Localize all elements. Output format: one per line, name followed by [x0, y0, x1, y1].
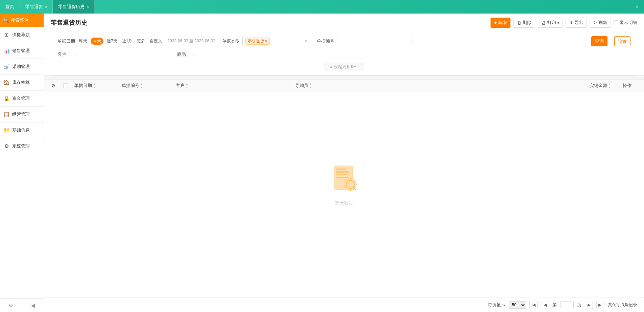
th-date[interactable]: 单据日期 ▲▼ [72, 83, 119, 89]
sidebar-item-inventory[interactable]: 🏠 库存核算 [0, 75, 44, 91]
inventory-icon: 🏠 [3, 80, 9, 86]
finance-icon: 🔒 [3, 95, 9, 102]
per-page-select[interactable]: 10 20 50 100 [509, 301, 526, 309]
sales-icon: 📊 [3, 48, 9, 54]
sidebar-item-sales[interactable]: 📊 销售管理 [0, 43, 44, 59]
collapse-button[interactable]: ∧ 收起更多条件 [324, 63, 364, 71]
first-page-button[interactable]: |◀ [529, 301, 538, 309]
bill-type-tag: 零售退货 × [245, 38, 270, 45]
page-header: 零售退货历史 + 新增 🗑 删除 🖨 打印 ▾ ⬆ 导出 [44, 14, 644, 76]
tab-retail-return[interactable]: 零售退货 × [20, 0, 53, 14]
export-icon: ⬆ [569, 20, 573, 25]
th-guide[interactable]: 导购员 ▲▼ [292, 83, 340, 89]
th-action: 操作 [614, 83, 641, 89]
goods-filter: 商品 … [177, 50, 290, 59]
bill-type-select[interactable]: 零售退货 × ∨ [242, 36, 310, 46]
svg-rect-3 [336, 174, 348, 175]
next-page-button[interactable]: ▶ [585, 301, 593, 309]
settings-col-icon: ⚙ [51, 83, 55, 88]
pagination: 每页显示 10 20 50 100 |◀ ◀ 第 1 页 ▶ ▶| 共0页, 0… [44, 297, 644, 312]
date-links: 昨天 今天 近7天 近1月 更多 自定义 [78, 38, 163, 45]
table-container: ⚙ 单据日期 ▲▼ 单据编号 ▲▼ 客户 ▲▼ 导购员 [44, 79, 644, 312]
sidebar-item-purchase[interactable]: 🛒 采购管理 [0, 59, 44, 75]
settings-button[interactable]: 设置 [614, 36, 630, 46]
delete-button[interactable]: 🗑 删除 [513, 18, 535, 28]
date-7days[interactable]: 近7天 [105, 38, 119, 45]
select-all-checkbox[interactable] [63, 83, 68, 88]
export-button[interactable]: ⬆ 导出 [566, 18, 587, 28]
date-sort-icon: ▲▼ [93, 83, 96, 89]
sidebar-bottom: ⚙ ◀ [0, 298, 44, 312]
management-icon: 📋 [3, 111, 9, 117]
toolbar: + 新增 🗑 删除 🖨 打印 ▾ ⬆ 导出 ↻ [491, 18, 637, 28]
nav-tabs: 首页 零售退货 × 零售退货历史 × [0, 0, 630, 14]
delete-icon: 🗑 [517, 20, 521, 25]
display-mingxi-checkbox[interactable] [614, 20, 618, 25]
th-settings[interactable]: ⚙ [47, 83, 59, 88]
date-more[interactable]: 更多 [136, 38, 146, 45]
close-tab-retail-return-history[interactable]: × [87, 5, 89, 9]
settings-bottom-button[interactable]: ⚙ [0, 299, 22, 312]
bill-type-arrow: ∨ [305, 39, 307, 43]
empty-state: ? 暂无数据 [44, 92, 644, 297]
th-customer[interactable]: 客户 ▲▼ [173, 83, 292, 89]
th-checkbox[interactable] [59, 83, 72, 88]
table-header: ⚙ 单据日期 ▲▼ 单据编号 ▲▼ 客户 ▲▼ 导购员 [44, 79, 644, 92]
svg-rect-4 [336, 177, 349, 178]
customer-dots: … [72, 51, 77, 58]
th-amount[interactable]: 实销金额 ▲▼ [573, 83, 614, 89]
empty-illustration: ? [327, 162, 361, 196]
date-today[interactable]: 今天 [91, 38, 103, 45]
add-button[interactable]: + 新增 [491, 18, 510, 28]
date-1month[interactable]: 近1月 [121, 38, 134, 45]
th-billno[interactable]: 单据编号 ▲▼ [119, 83, 173, 89]
prev-page-button[interactable]: ◀ [541, 301, 549, 309]
bill-type-tag-close[interactable]: × [265, 39, 267, 44]
bill-type-filter: 单据类型 零售退货 × ∨ [222, 36, 310, 46]
collapse-bar: ∧ 收起更多条件 [57, 63, 630, 71]
query-button[interactable]: 查询 [591, 36, 607, 46]
customer-select[interactable]: … [69, 50, 170, 59]
refresh-button[interactable]: ↻ 刷新 [590, 18, 611, 28]
svg-text:?: ? [348, 182, 351, 187]
svg-rect-1 [336, 169, 346, 170]
sidebar: 🔍 搜索菜单 ⊞ 快捷导航 📊 销售管理 🛒 采购管理 🏠 库存核算 🔒 资金管… [0, 14, 44, 312]
system-icon: ⚙ [3, 143, 9, 149]
quick-nav-icon: ⊞ [3, 32, 9, 38]
close-tab-retail-return[interactable]: × [45, 5, 47, 9]
sidebar-item-quick-nav[interactable]: ⊞ 快捷导航 [0, 27, 44, 43]
page-title-row: 零售退货历史 + 新增 🗑 删除 🖨 打印 ▾ ⬆ 导出 [51, 18, 637, 28]
collapse-icon: ∧ [330, 65, 333, 69]
sidebar-item-basic-info[interactable]: 📁 基础信息 [0, 122, 44, 138]
tab-home[interactable]: 首页 [0, 0, 20, 14]
guide-sort-icon: ▲▼ [309, 83, 312, 89]
content-area: 零售退货历史 + 新增 🗑 删除 🖨 打印 ▾ ⬆ 导出 [44, 14, 644, 312]
svg-rect-2 [336, 171, 349, 173]
tab-retail-return-history[interactable]: 零售退货历史 × [53, 0, 94, 14]
goods-select[interactable]: … [189, 50, 290, 59]
top-nav: 首页 零售退货 × 零售退货历史 × × [0, 0, 644, 14]
sidebar-item-system[interactable]: ⚙ 系统管理 [0, 138, 44, 154]
date-filter: 单据日期 昨天 今天 近7天 近1月 更多 自定义 2023-06-02 至 2… [57, 38, 215, 45]
refresh-icon: ↻ [593, 20, 597, 25]
collapse-sidebar-button[interactable]: ◀ [22, 299, 44, 312]
print-button[interactable]: 🖨 打印 ▾ [538, 18, 563, 28]
bill-no-input[interactable] [337, 37, 411, 45]
goods-dots: … [192, 51, 197, 58]
close-window-button[interactable]: × [630, 4, 644, 10]
sidebar-item-management[interactable]: 📋 经营管理 [0, 107, 44, 122]
main-layout: 🔍 搜索菜单 ⊞ 快捷导航 📊 销售管理 🛒 采购管理 🏠 库存核算 🔒 资金管… [0, 14, 644, 312]
sidebar-item-finance[interactable]: 🔒 资金管理 [0, 91, 44, 107]
print-dropdown-icon: ▾ [557, 21, 559, 25]
search-icon: 🔍 [3, 18, 9, 23]
display-mingxi-toggle[interactable]: 显示明细 [614, 20, 637, 26]
sidebar-search[interactable]: 🔍 搜索菜单 [0, 14, 44, 27]
page-title: 零售退货历史 [51, 19, 87, 27]
page-input[interactable]: 1 [560, 301, 574, 308]
date-custom[interactable]: 自定义 [148, 38, 163, 45]
last-page-button[interactable]: ▶| [596, 301, 604, 309]
filter-area: 单据日期 昨天 今天 近7天 近1月 更多 自定义 2023-06-02 至 2… [51, 32, 637, 75]
date-yesterday[interactable]: 昨天 [78, 38, 89, 45]
amount-sort-icon: ▲▼ [608, 83, 611, 89]
print-icon: 🖨 [542, 20, 546, 25]
